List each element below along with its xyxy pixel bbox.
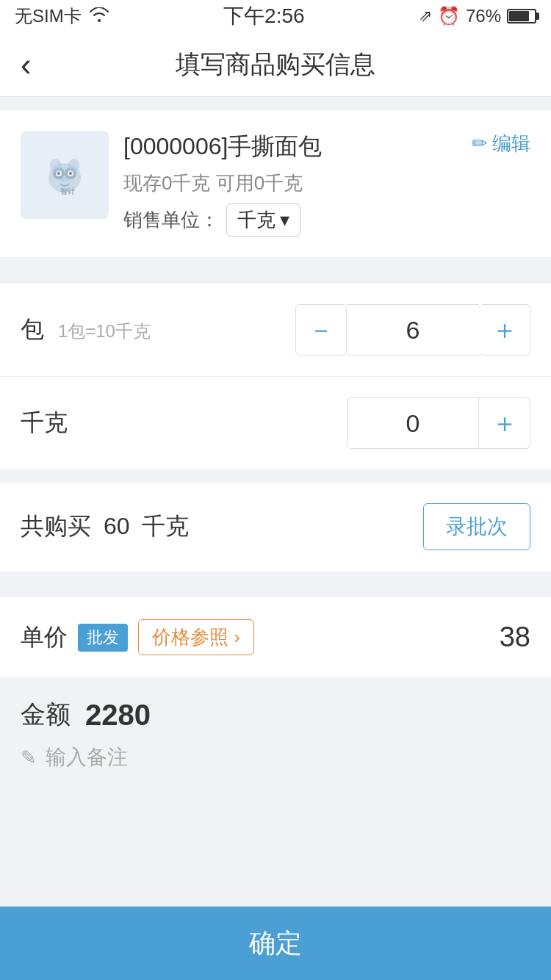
price-value: 38 (500, 621, 530, 653)
quantity-label-kg: 千克 (21, 407, 347, 439)
svg-point-7 (60, 177, 69, 181)
amount-row: 金额 2280 (21, 698, 530, 732)
price-ref-button[interactable]: 价格参照 › (138, 619, 254, 655)
nav-bar: ‹ 填写商品购买信息 (0, 32, 551, 97)
svg-text:智计: 智计 (60, 187, 76, 195)
edit-icon: ✏ (472, 132, 488, 155)
quantity-input-kg[interactable] (347, 397, 479, 449)
carrier-label: 无SIM卡 (15, 4, 82, 28)
price-batch-badge: 批发 (78, 624, 128, 652)
location-icon: ⇗ (419, 7, 432, 26)
price-label: 单价 (21, 621, 68, 654)
unit-select[interactable]: 千克 ▾ (226, 203, 300, 237)
price-section: 单价 批发 价格参照 › 38 (0, 597, 551, 677)
amount-section: 金额 2280 ✎ 输入备注 (0, 677, 551, 782)
remark-input[interactable]: 输入备注 (46, 743, 128, 771)
divider-1 (0, 257, 551, 270)
decrease-bao-button[interactable]: － (295, 304, 347, 356)
battery-icon (507, 9, 536, 24)
status-left: 无SIM卡 (15, 4, 109, 28)
wifi-icon (89, 6, 109, 26)
price-row: 单价 批发 价格参照 › 38 (21, 619, 530, 655)
total-text: 共购买 60 千克 (21, 511, 189, 543)
quantity-input-bao[interactable] (347, 304, 479, 356)
price-left: 单价 批发 价格参照 › (21, 619, 254, 655)
chevron-down-icon: ▾ (280, 209, 289, 231)
alarm-icon: ⏰ (438, 6, 460, 26)
quantity-controls-bao: － ＋ (295, 304, 530, 356)
confirm-button[interactable]: 确定 (0, 907, 551, 980)
back-button[interactable]: ‹ (21, 46, 32, 83)
product-name: [0000006]手撕面包 (123, 131, 530, 163)
quantity-row-kg: 千克 ＋ (0, 377, 551, 469)
product-stock: 现存0千克 可用0千克 (123, 170, 530, 196)
edit-button[interactable]: ✏ 编辑 (472, 131, 530, 156)
quantity-label-bao: 包 1包=10千克 (21, 314, 295, 346)
increase-kg-button[interactable]: ＋ (479, 397, 530, 449)
status-right: ⇗ ⏰ 76% (419, 6, 536, 26)
increase-bao-button[interactable]: ＋ (479, 304, 530, 356)
product-card: 智计 [0000006]手撕面包 现存0千克 可用0千克 销售单位： 千克 ▾ … (0, 110, 551, 257)
quantity-section: 包 1包=10千克 － ＋ 千克 ＋ (0, 284, 551, 469)
amount-label: 金额 (21, 698, 71, 732)
product-info: [0000006]手撕面包 现存0千克 可用0千克 销售单位： 千克 ▾ (123, 131, 530, 237)
status-bar: 无SIM卡 下午2:56 ⇗ ⏰ 76% (0, 0, 551, 32)
divider-3 (0, 571, 551, 584)
product-image: 智计 (21, 131, 109, 219)
quantity-row-bao: 包 1包=10千克 － ＋ (0, 284, 551, 377)
total-row: 共购买 60 千克 录批次 (0, 483, 551, 571)
time-label: 下午2:56 (223, 2, 305, 30)
amount-value: 2280 (85, 699, 151, 732)
divider-2 (0, 469, 551, 483)
remark-row[interactable]: ✎ 输入备注 (21, 743, 530, 771)
page-title: 填写商品购买信息 (176, 48, 375, 82)
product-unit: 销售单位： 千克 ▾ (123, 203, 530, 237)
battery-percent: 76% (466, 6, 501, 26)
pencil-icon: ✎ (21, 746, 37, 769)
batch-button[interactable]: 录批次 (423, 503, 530, 550)
quantity-controls-kg: ＋ (347, 397, 530, 449)
